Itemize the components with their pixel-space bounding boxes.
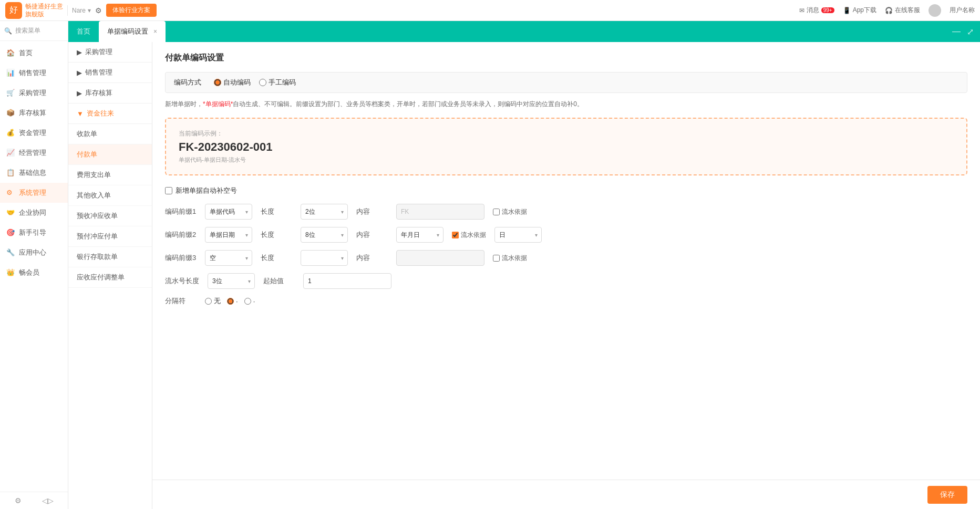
sep-dash-radio[interactable]	[244, 298, 251, 305]
chevron-right-icon3: ▶	[77, 89, 82, 97]
sub-menu-panel: ▶ 采购管理 ▶ 销售管理 ▶ 库存核算 ▼ 资金往来 收款单 付款单 费用支出…	[68, 42, 152, 509]
length1-select-wrapper[interactable]: 2位	[301, 204, 348, 220]
tab-close-btn[interactable]: ×	[153, 28, 157, 35]
sidebar-item-ops[interactable]: 📈 经营管理	[0, 143, 68, 163]
sub-item-expense[interactable]: 费用支出单	[68, 165, 152, 185]
apps-icon: 🔧	[6, 248, 15, 257]
serial1-checkbox[interactable]	[493, 209, 500, 215]
company-selector[interactable]: Nare ▾	[72, 7, 91, 14]
sidebar-item-label: 销售管理	[19, 68, 46, 78]
prefix1-select[interactable]: 单据代码	[205, 204, 252, 220]
radio-manual-input[interactable]	[259, 79, 266, 86]
page-inner: 付款单编码设置 编码方式 自动编码 手工编码	[152, 42, 980, 480]
sub-menu-sales[interactable]: ▶ 销售管理	[68, 63, 152, 83]
start-input[interactable]	[303, 273, 391, 289]
collapse-btn[interactable]: ◁▷	[42, 496, 54, 505]
sidebar-item-system[interactable]: ⚙ 系统管理	[0, 183, 68, 203]
sep-dot-radio[interactable]	[227, 298, 234, 305]
radio-auto-code[interactable]: 自动编码	[214, 78, 251, 87]
length2-select[interactable]: 8位	[301, 227, 348, 243]
sidebar-item-apps[interactable]: 🔧 应用中心	[0, 243, 68, 263]
serial2-unit-wrapper[interactable]: 日	[494, 227, 542, 243]
sub-menu-purchase[interactable]: ▶ 采购管理	[68, 42, 152, 63]
app-download-btn[interactable]: 📱 App下载	[843, 6, 876, 15]
prefix2-select[interactable]: 单据日期	[205, 227, 252, 243]
sep-dash-item[interactable]: ·	[244, 297, 255, 305]
sidebar-item-collab[interactable]: 🤝 企业协同	[0, 203, 68, 223]
sub-item-advance-recv[interactable]: 预收冲应收单	[68, 206, 152, 226]
sidebar-item-home[interactable]: 🏠 首页	[0, 43, 68, 63]
inventory-icon: 📦	[6, 109, 15, 117]
length3-select[interactable]	[301, 250, 348, 266]
tab-maximize-btn[interactable]: ⤢	[965, 25, 976, 39]
prefix2-select-wrapper[interactable]: 单据日期	[205, 227, 252, 243]
sub-item-receipt[interactable]: 收款单	[68, 124, 152, 144]
prefix1-select-wrapper[interactable]: 单据代码	[205, 204, 252, 220]
sep-dot-item[interactable]: ·	[227, 297, 238, 305]
serial2-checkbox[interactable]	[452, 232, 459, 238]
sub-item-adjust[interactable]: 应收应付调整单	[68, 267, 152, 288]
tab-minimize-btn[interactable]: —	[950, 25, 963, 38]
sep-none-radio[interactable]	[205, 298, 212, 305]
auto-fill-checkbox[interactable]	[165, 187, 172, 194]
sidebar-item-vip[interactable]: 👑 畅会员	[0, 263, 68, 283]
content2-select-wrapper[interactable]: 年月日	[396, 227, 443, 243]
page-content: 付款单编码设置 编码方式 自动编码 手工编码	[152, 42, 980, 509]
radio-manual-code[interactable]: 手工编码	[259, 78, 296, 87]
sidebar-item-label: 系统管理	[19, 188, 46, 198]
content2-label: 内容	[356, 230, 388, 240]
top-bar: 好 畅捷通好生意 旗舰版 Nare ▾ ⚙ 体验行业方案 ✉ 消息 99+ 📱 …	[0, 0, 980, 21]
content2-select[interactable]: 年月日	[396, 227, 443, 243]
prefix1-label: 编码前缀1	[165, 207, 197, 216]
serial3-checkbox-wrap[interactable]: 流水依据	[493, 254, 527, 263]
avatar[interactable]	[929, 4, 941, 17]
sub-item-other-income[interactable]: 其他收入单	[68, 185, 152, 206]
collab-icon: 🤝	[6, 209, 15, 217]
chevron-down-icon: ▾	[88, 7, 91, 14]
prefix3-select-wrapper[interactable]: 空	[205, 250, 252, 266]
sidebar-item-label: 经营管理	[19, 148, 46, 158]
length2-select-wrapper[interactable]: 8位	[301, 227, 348, 243]
radio-auto-input[interactable]	[214, 79, 221, 86]
sidebar-bottom: ⚙ ◁▷	[0, 492, 68, 509]
serial-len-select[interactable]: 3位	[208, 273, 255, 289]
chevron-down-icon2: ▼	[77, 110, 84, 118]
search-menu[interactable]: 🔍 搜索菜单	[0, 21, 68, 41]
serial3-checkbox[interactable]	[493, 255, 500, 262]
length1-select[interactable]: 2位	[301, 204, 348, 220]
sidebar-item-guide[interactable]: 🎯 新手引导	[0, 223, 68, 243]
auto-fill-row: 新增单据自动补空号	[165, 186, 967, 195]
sidebar-item-basic[interactable]: 📋 基础信息	[0, 163, 68, 183]
sub-item-payment[interactable]: 付款单	[68, 144, 152, 165]
tab-code-settings[interactable]: 单据编码设置 ×	[99, 21, 166, 42]
sidebar-item-purchase[interactable]: 🛒 采购管理	[0, 83, 68, 103]
serial-len-wrapper[interactable]: 3位	[208, 273, 255, 289]
length3-select-wrapper[interactable]	[301, 250, 348, 266]
industry-btn[interactable]: 体验行业方案	[106, 4, 157, 17]
online-service-btn[interactable]: 🎧 在线客服	[885, 6, 920, 15]
tab-home[interactable]: 首页	[68, 21, 99, 42]
user-name: 用户名称	[950, 6, 975, 15]
serial3-label: 流水依据	[502, 254, 527, 263]
manual-code-label: 手工编码	[269, 78, 296, 87]
sub-menu-capital[interactable]: ▼ 资金往来	[68, 103, 152, 124]
sep-radio-group: 无 · ·	[205, 296, 255, 306]
settings-bottom-btn[interactable]: ⚙	[15, 496, 22, 505]
save-button[interactable]: 保存	[927, 486, 967, 504]
sidebar-item-inventory[interactable]: 📦 库存核算	[0, 103, 68, 123]
code-preview-label: 当前编码示例：	[179, 129, 954, 138]
serial2-unit-select[interactable]: 日	[494, 227, 542, 243]
serial1-checkbox-wrap[interactable]: 流水依据	[493, 207, 527, 216]
sub-item-bank[interactable]: 银行存取款单	[68, 247, 152, 267]
serial2-checkbox-wrap[interactable]: 流水依据	[452, 231, 486, 240]
code-method-label: 编码方式	[174, 78, 201, 87]
system-icon: ⚙	[6, 189, 15, 197]
sep-none-item[interactable]: 无	[205, 296, 221, 306]
prefix3-select[interactable]: 空	[205, 250, 252, 266]
sub-item-advance-pay[interactable]: 预付冲应付单	[68, 226, 152, 247]
sidebar-item-sales[interactable]: 📊 销售管理	[0, 63, 68, 83]
sidebar-item-finance[interactable]: 💰 资金管理	[0, 123, 68, 143]
sub-menu-inventory[interactable]: ▶ 库存核算	[68, 83, 152, 103]
gear-icon-top[interactable]: ⚙	[95, 6, 102, 15]
message-btn[interactable]: ✉ 消息 99+	[799, 6, 834, 15]
